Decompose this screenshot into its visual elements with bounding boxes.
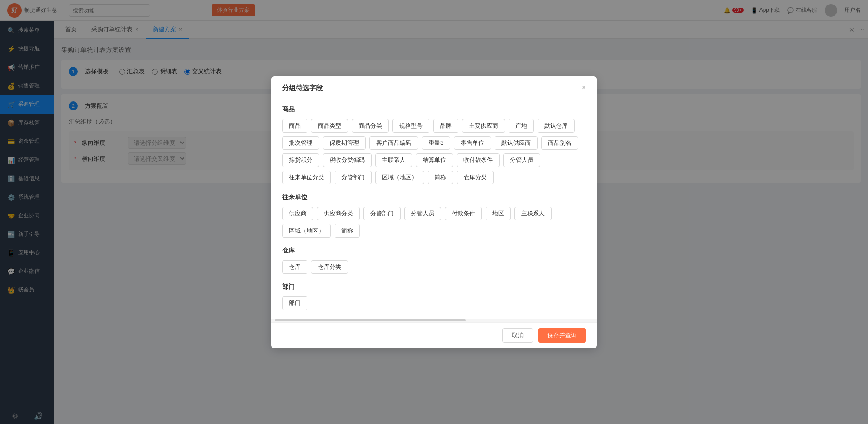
cancel-button[interactable]: 取消 xyxy=(502,328,533,343)
field-tag-main-supplier[interactable]: 主要供应商 xyxy=(462,119,505,133)
field-tag-main-contact[interactable]: 主联系人 xyxy=(375,153,412,167)
field-tag-brand[interactable]: 品牌 xyxy=(433,119,458,133)
field-tag-product-type[interactable]: 商品类型 xyxy=(311,119,348,133)
field-tag-warehouse-category[interactable]: 仓库分类 xyxy=(457,171,494,184)
field-tag-alias[interactable]: 商品别名 xyxy=(541,136,578,150)
warehouse-field-tags: 仓库 仓库分类 xyxy=(282,260,586,274)
modal-close-button[interactable]: × xyxy=(582,84,586,92)
field-tag-payment-condition[interactable]: 付款条件 xyxy=(445,207,482,220)
field-tag-partner-region[interactable]: 区域（地区） xyxy=(282,224,331,238)
field-group-department-title: 部门 xyxy=(282,283,586,291)
field-tag-customer-code[interactable]: 客户商品编码 xyxy=(369,136,418,150)
field-tag-tax-code[interactable]: 税收分类编码 xyxy=(323,153,372,167)
field-group-partner-title: 往来单位 xyxy=(282,193,586,201)
field-tag-partner-shortname[interactable]: 简称 xyxy=(335,224,360,238)
modal-title: 分组待选字段 xyxy=(282,84,323,92)
modal-header: 分组待选字段 × xyxy=(271,76,597,98)
field-group-partner: 往来单位 供应商 供应商分类 分管部门 分管人员 付款条件 地区 主联系人 区域… xyxy=(282,193,586,238)
field-tag-supplier[interactable]: 供应商 xyxy=(282,207,313,220)
field-tag-spec-model[interactable]: 规格型号 xyxy=(392,119,429,133)
field-tag-payment-terms[interactable]: 收付款条件 xyxy=(457,153,500,167)
field-tag-area[interactable]: 地区 xyxy=(486,207,511,220)
field-tag-region[interactable]: 区域（地区） xyxy=(375,171,424,184)
modal-footer: 取消 保存并查询 xyxy=(271,322,597,348)
department-field-tags: 部门 xyxy=(282,296,586,310)
field-tag-retail-unit[interactable]: 零售单位 xyxy=(454,136,491,150)
field-tag-default-supplier[interactable]: 默认供应商 xyxy=(495,136,538,150)
field-tag-warehouse[interactable]: 仓库 xyxy=(282,260,307,274)
field-group-product-title: 商品 xyxy=(282,105,586,114)
field-tag-supplier-category[interactable]: 供应商分类 xyxy=(317,207,360,220)
field-tag-partner-dept[interactable]: 分管部门 xyxy=(363,207,401,220)
field-tag-settlement-unit[interactable]: 结算单位 xyxy=(416,153,453,167)
field-tag-partner-supervisor[interactable]: 分管人员 xyxy=(404,207,441,220)
field-tag-warehouse-cat[interactable]: 仓库分类 xyxy=(311,260,348,274)
field-tag-product[interactable]: 商品 xyxy=(282,119,307,133)
field-tag-expiry[interactable]: 保质期管理 xyxy=(323,136,366,150)
field-tag-department[interactable]: 部门 xyxy=(282,296,307,310)
field-tag-partner-category[interactable]: 往来单位分类 xyxy=(282,171,331,184)
field-tag-origin[interactable]: 产地 xyxy=(509,119,534,133)
field-tag-supervisor[interactable]: 分管人员 xyxy=(503,153,540,167)
confirm-button[interactable]: 保存并查询 xyxy=(538,328,586,343)
modal-overlay: 分组待选字段 × 商品 商品 商品类型 商品分类 规格型号 品牌 主要供应商 产… xyxy=(0,0,868,424)
field-tag-batch[interactable]: 批次管理 xyxy=(282,136,319,150)
field-group-product: 商品 商品 商品类型 商品分类 规格型号 品牌 主要供应商 产地 默认仓库 批次… xyxy=(282,105,586,184)
field-tag-weight[interactable]: 重量3 xyxy=(422,136,450,150)
field-tag-partner-contact[interactable]: 主联系人 xyxy=(514,207,552,220)
field-group-warehouse: 仓库 仓库 仓库分类 xyxy=(282,247,586,274)
product-field-tags: 商品 商品类型 商品分类 规格型号 品牌 主要供应商 产地 默认仓库 批次管理 … xyxy=(282,119,586,184)
field-tag-default-warehouse[interactable]: 默认仓库 xyxy=(538,119,575,133)
field-group-warehouse-title: 仓库 xyxy=(282,247,586,255)
field-selection-modal: 分组待选字段 × 商品 商品 商品类型 商品分类 规格型号 品牌 主要供应商 产… xyxy=(271,76,597,348)
field-tag-pick-points[interactable]: 拣货积分 xyxy=(282,153,319,167)
modal-body: 商品 商品 商品类型 商品分类 规格型号 品牌 主要供应商 产地 默认仓库 批次… xyxy=(271,98,597,319)
field-group-department: 部门 部门 xyxy=(282,283,586,310)
partner-field-tags: 供应商 供应商分类 分管部门 分管人员 付款条件 地区 主联系人 区域（地区） … xyxy=(282,207,586,238)
field-tag-short-name[interactable]: 简称 xyxy=(428,171,453,184)
field-tag-dept[interactable]: 分管部门 xyxy=(335,171,372,184)
field-tag-product-category[interactable]: 商品分类 xyxy=(352,119,389,133)
